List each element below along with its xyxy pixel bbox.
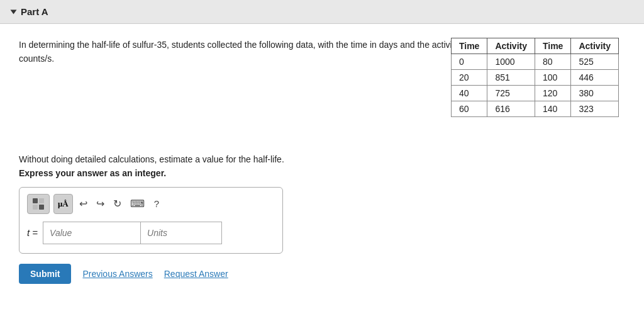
table-cell: 40 [451, 86, 487, 101]
keyboard-button[interactable]: ⌨ [128, 196, 147, 211]
table-cell: 120 [535, 86, 570, 101]
request-answer-button[interactable]: Request Answer [164, 269, 228, 279]
toolbar: μÅ ↩ ↪ ↻ ⌨ ? [27, 194, 275, 214]
table-row: 0100080525 [451, 54, 618, 70]
undo-button[interactable]: ↩ [77, 196, 90, 211]
mu-icon: μÅ [58, 199, 69, 209]
table-cell: 525 [571, 54, 619, 70]
instruction-line2: Express your answer as an integer. [19, 168, 625, 178]
table-cell: 20 [451, 70, 487, 86]
table-cell: 380 [571, 86, 619, 101]
table-cell: 616 [487, 101, 535, 117]
instruction-line1: Without doing detailed calculations, est… [19, 154, 625, 164]
refresh-button[interactable]: ↻ [111, 196, 124, 211]
table-cell: 0 [451, 54, 487, 70]
table-cell: 140 [535, 101, 570, 117]
intro-text: In determining the half-life of sulfur-3… [19, 38, 472, 66]
col-header-activity1: Activity [487, 38, 535, 54]
table-cell: 1000 [487, 54, 535, 70]
bottom-bar: Submit Previous Answers Request Answer [19, 264, 625, 290]
collapse-icon[interactable] [11, 9, 17, 14]
col-header-time1: Time [451, 38, 487, 54]
mu-button[interactable]: μÅ [53, 194, 73, 214]
table-row: 60616140323 [451, 101, 618, 117]
col-header-activity2: Activity [571, 38, 619, 54]
submit-button[interactable]: Submit [19, 264, 71, 284]
table-cell: 100 [535, 70, 570, 86]
table-row: 20851100446 [451, 70, 618, 86]
table-cell: 446 [571, 70, 619, 86]
main-content: In determining the half-life of sulfur-3… [0, 24, 644, 303]
table-cell: 725 [487, 86, 535, 101]
page: Part A In determining the half-life of s… [0, 0, 644, 333]
table-cell: 323 [571, 101, 619, 117]
table-row: 40725120380 [451, 86, 618, 101]
grid-icon [33, 198, 44, 210]
t-label: t = [27, 227, 38, 238]
table-cell: 851 [487, 70, 535, 86]
matrix-button[interactable] [27, 194, 50, 214]
help-button[interactable]: ? [151, 197, 162, 210]
input-row: t = [27, 222, 275, 244]
part-header: Part A [0, 0, 644, 24]
table-cell: 60 [451, 101, 487, 117]
data-table: Time Activity Time Activity 010008052520… [451, 38, 619, 117]
redo-button[interactable]: ↪ [94, 196, 107, 211]
table-cell: 80 [535, 54, 570, 70]
previous-answers-button[interactable]: Previous Answers [82, 269, 152, 279]
units-input[interactable] [140, 222, 222, 244]
value-input[interactable] [43, 222, 140, 244]
answer-box: μÅ ↩ ↪ ↻ ⌨ ? t = [19, 187, 283, 254]
col-header-time2: Time [535, 38, 570, 54]
part-label: Part A [21, 6, 48, 17]
